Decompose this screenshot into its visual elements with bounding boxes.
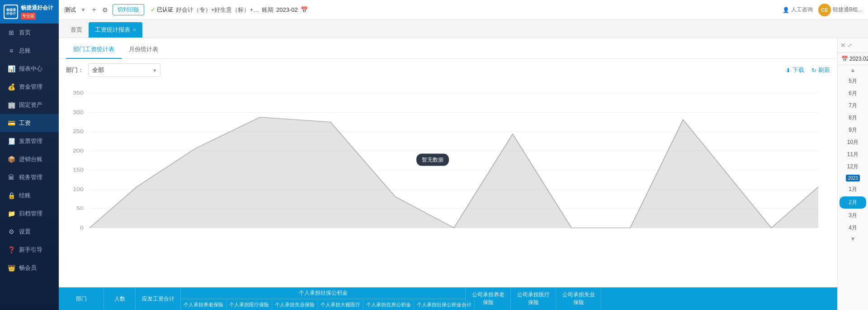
sidebar-item-label: 固定资产 (19, 101, 42, 109)
download-button[interactable]: ⬇ 下载 (786, 66, 804, 74)
sidebar-item-invoice[interactable]: 🧾 发票管理 (0, 132, 59, 150)
purchase-icon: 📦 (7, 156, 15, 163)
certified-status: ✓ 已认证 (151, 6, 173, 14)
refresh-button[interactable]: ↻ 刷新 (811, 66, 830, 74)
month-8[interactable]: 8月 (838, 112, 868, 124)
sidebar-item-purchase[interactable]: 📦 进销台账 (0, 150, 59, 168)
sub-tab-month[interactable]: 月份统计表 (122, 43, 165, 59)
col-personal-major-medical: 个人承担大额医疗 (318, 299, 363, 310)
sub-tabs: 部门工资统计表 月份统计表 (59, 38, 837, 59)
period-value: 2023-02 (276, 6, 298, 13)
reports-icon: 📊 (7, 65, 15, 72)
sidebar-item-archive[interactable]: 📁 归档管理 (0, 205, 59, 223)
sidebar-item-label: 首页 (19, 29, 31, 37)
sidebar-item-guide[interactable]: ❓ 新手引导 (0, 241, 59, 259)
refresh-icon: ↻ (811, 67, 816, 74)
month-5[interactable]: 5月 (838, 75, 868, 87)
month-9[interactable]: 9月 (838, 124, 868, 136)
add-company-icon[interactable]: ＋ (90, 5, 98, 14)
col-personal-housing: 个人承担住房公积金 (363, 299, 414, 310)
funds-icon: 💰 (7, 83, 15, 91)
month-11[interactable]: 11月 (838, 148, 868, 161)
dept-select[interactable]: 全部 ▾ (88, 63, 160, 77)
svg-text:200: 200 (73, 148, 84, 153)
sidebar-item-label: 新手引导 (19, 246, 42, 254)
sub-tab-dept[interactable]: 部门工资统计表 (66, 43, 122, 59)
sidebar-item-ledger[interactable]: ≡ 总账 (0, 42, 59, 60)
sidebar-item-funds[interactable]: 💰 资金管理 (0, 78, 59, 96)
member-icon: 👑 (7, 264, 15, 272)
certified-label: 已认证 (157, 6, 173, 14)
sidebar-item-home[interactable]: ⊞ 首页 (0, 24, 59, 42)
month-12[interactable]: 12月 (838, 161, 868, 173)
settings-icon: ⚙ (7, 228, 15, 235)
month-3[interactable]: 3月 (838, 210, 868, 222)
panel-header: ✕ ⤢ (838, 38, 868, 53)
consult-icon: 👤 (783, 7, 789, 13)
user-menu[interactable]: CE 轻捷通B组... (818, 4, 863, 16)
download-icon: ⬇ (786, 67, 791, 74)
assets-icon: 🏢 (7, 101, 15, 109)
month-4[interactable]: 4月 (838, 222, 868, 234)
tax-icon: 🏛 (7, 174, 15, 181)
download-label: 下载 (793, 66, 804, 74)
dept-select-value: 全部 (92, 66, 104, 74)
toolbar: 部门： 全部 ▾ ⬇ 下载 ↻ 刷新 (59, 59, 837, 81)
sidebar-item-member[interactable]: 👑 畅会员 (0, 259, 59, 277)
logo-icon: 畅捷通 好会计 (4, 5, 18, 19)
company-name: 测试 (64, 6, 76, 14)
sidebar-item-reports[interactable]: 📊 报表中心 (0, 60, 59, 78)
sidebar-item-tax[interactable]: 🏛 税务管理 (0, 168, 59, 186)
page-area: 部门工资统计表 月份统计表 部门： 全部 ▾ ⬇ (59, 38, 868, 310)
sidebar-item-label: 设置 (19, 228, 31, 236)
col-total-salary: 应发工资合计 (136, 287, 181, 310)
sidebar-item-assets[interactable]: 🏢 固定资产 (0, 96, 59, 114)
tab-close-icon[interactable]: × (133, 27, 136, 33)
consult-button[interactable]: 👤 人工咨询 (783, 6, 813, 14)
month-6[interactable]: 6月 (838, 87, 868, 100)
sidebar-item-label: 结账 (19, 191, 31, 200)
period-label: 账期 (262, 6, 274, 14)
date-display: 📅 2023.02 (838, 53, 868, 65)
col-company-medical: 公司承担医疗保险 (511, 287, 556, 310)
col-count: 人数 (104, 287, 136, 310)
user-name: 轻捷通B组... (833, 6, 863, 14)
col-dept: 部门 (59, 287, 104, 310)
tab-home[interactable]: 首页 (64, 22, 89, 38)
month-7[interactable]: 7月 (838, 100, 868, 112)
panel-expand-icon[interactable]: ⤢ (848, 42, 852, 48)
toolbar-left: 部门： 全部 ▾ (66, 63, 160, 77)
group-header-label: 个人承担社保公积金 (181, 287, 465, 299)
sidebar-item-label: 报表中心 (19, 65, 42, 73)
switch-to-old-btn[interactable]: 切到旧版 (113, 4, 144, 15)
month-2-active[interactable]: 2月 (840, 196, 866, 209)
archive-icon: 📁 (7, 210, 15, 217)
date-nav-up-icon[interactable]: ▲ (838, 65, 868, 75)
check-icon: ✓ (151, 6, 156, 13)
settings-gear-icon[interactable]: ⚙ (102, 6, 108, 14)
dept-label: 部门： (66, 66, 84, 74)
calendar-small-icon: 📅 (841, 56, 848, 62)
col-company-pension: 公司承担养老保险 (466, 287, 511, 310)
main-content: 测试 ▼ ＋ ⚙ 切到旧版 ✓ 已认证 好会计（专）+好生意（标）+… 账期 2… (59, 0, 868, 310)
date-nav-down-icon[interactable]: ▼ (838, 234, 868, 244)
tab-salary-report[interactable]: 工资统计报表 × (89, 22, 142, 38)
svg-text:100: 100 (73, 186, 84, 192)
close-accounts-icon: 🔒 (7, 192, 15, 199)
app-logo: 畅捷通 好会计 畅捷通好会计 专业版 (0, 0, 59, 24)
topbar: 测试 ▼ ＋ ⚙ 切到旧版 ✓ 已认证 好会计（专）+好生意（标）+… 账期 2… (59, 0, 868, 20)
refresh-label: 刷新 (818, 66, 830, 74)
bottom-table-header: 部门 人数 应发工资合计 个人承担社保公积金 个人承担养老保险 (59, 287, 837, 310)
sidebar-item-salary[interactable]: 💳 工资 (0, 114, 59, 132)
calendar-icon[interactable]: 📅 (301, 6, 308, 13)
month-1[interactable]: 1月 (838, 183, 868, 196)
chart-area: 350 300 250 200 150 100 50 0 (59, 81, 837, 287)
month-10[interactable]: 10月 (838, 136, 868, 148)
home-icon: ⊞ (7, 29, 15, 36)
sidebar: 畅捷通 好会计 畅捷通好会计 专业版 ⊞ 首页 ≡ 总账 📊 报表中心 💰 资金… (0, 0, 59, 310)
sidebar-item-settings[interactable]: ⚙ 设置 (0, 223, 59, 241)
sidebar-item-close-accounts[interactable]: 🔒 结账 (0, 186, 59, 205)
panel-close-icon[interactable]: ✕ (840, 42, 846, 49)
sidebar-item-label: 畅会员 (19, 264, 37, 272)
svg-text:好会计: 好会计 (6, 11, 16, 15)
